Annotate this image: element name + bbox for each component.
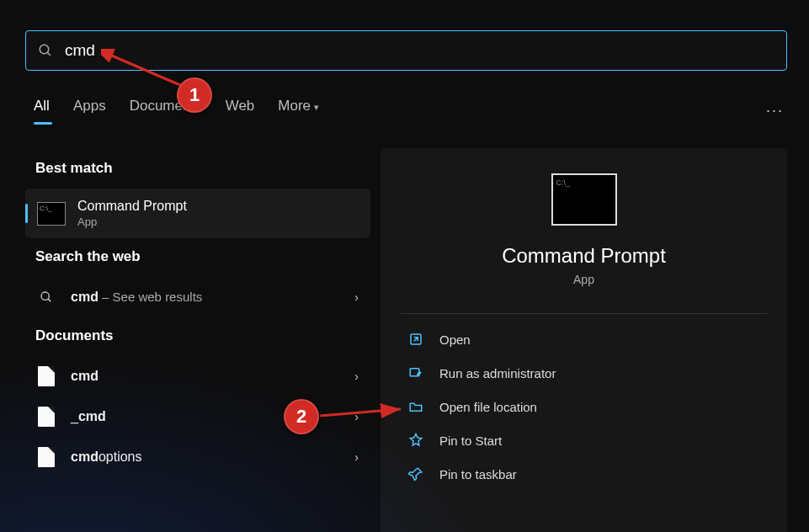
svg-point-0: [40, 45, 49, 54]
svg-line-1: [47, 52, 51, 56]
chevron-right-icon[interactable]: ›: [354, 370, 359, 383]
pin-icon: [407, 432, 424, 449]
tab-web[interactable]: Web: [226, 98, 255, 123]
document-icon: [37, 367, 56, 386]
details-subtitle: App: [573, 273, 594, 286]
action-label: Open file location: [439, 400, 537, 414]
documents-heading: Documents: [35, 327, 370, 344]
details-panel: C:\_ Command Prompt App Open Run as admi…: [381, 148, 787, 532]
search-bar[interactable]: [25, 30, 787, 71]
tab-apps[interactable]: Apps: [73, 98, 106, 123]
document-result[interactable]: cmd ›: [25, 356, 370, 396]
folder-icon: [407, 398, 424, 415]
action-label: Pin to Start: [439, 434, 502, 448]
search-icon: [37, 288, 56, 306]
document-icon: [37, 407, 56, 426]
open-icon: [407, 331, 424, 348]
chevron-down-icon: ▾: [314, 102, 319, 112]
tab-all[interactable]: All: [34, 98, 50, 123]
chevron-right-icon[interactable]: ›: [354, 290, 359, 304]
app-large-icon: C:\_: [551, 173, 617, 226]
result-title: Command Prompt: [77, 199, 187, 214]
web-search-result[interactable]: cmd – See web results ›: [25, 277, 370, 317]
search-icon: [38, 43, 53, 58]
chevron-right-icon[interactable]: ›: [354, 410, 359, 423]
divider: [401, 313, 767, 314]
tab-more[interactable]: More▾: [278, 98, 319, 123]
pin-icon: [407, 466, 424, 482]
search-input[interactable]: [65, 41, 774, 60]
action-run-as-administrator[interactable]: Run as administrator: [401, 356, 767, 390]
svg-point-2: [41, 292, 49, 300]
annotation-badge-2: 2: [284, 399, 319, 434]
annotation-badge-1: 1: [177, 77, 212, 113]
details-title: Command Prompt: [502, 244, 666, 268]
results-column: Best match C:\_ Command Prompt App Searc…: [25, 150, 370, 477]
command-prompt-icon: C:\_: [37, 202, 66, 226]
filter-tabs: All Apps Documents Web More▾ ···: [34, 98, 784, 123]
action-open-file-location[interactable]: Open file location: [401, 390, 767, 423]
admin-shield-icon: [407, 364, 424, 381]
action-pin-to-taskbar[interactable]: Pin to taskbar: [401, 457, 767, 491]
action-open[interactable]: Open: [401, 322, 767, 356]
svg-line-3: [48, 299, 51, 301]
best-match-result[interactable]: C:\_ Command Prompt App: [25, 189, 370, 238]
document-icon: [37, 448, 56, 466]
action-label: Run as administrator: [439, 366, 556, 380]
document-result[interactable]: cmdoptions ›: [25, 437, 370, 477]
search-web-heading: Search the web: [35, 248, 370, 265]
best-match-heading: Best match: [35, 160, 370, 177]
result-subtitle: App: [77, 215, 187, 228]
action-label: Open: [439, 332, 471, 347]
overflow-menu-button[interactable]: ···: [766, 102, 784, 120]
action-pin-to-start[interactable]: Pin to Start: [401, 423, 767, 457]
action-label: Pin to taskbar: [439, 467, 517, 481]
chevron-right-icon[interactable]: ›: [354, 450, 359, 464]
